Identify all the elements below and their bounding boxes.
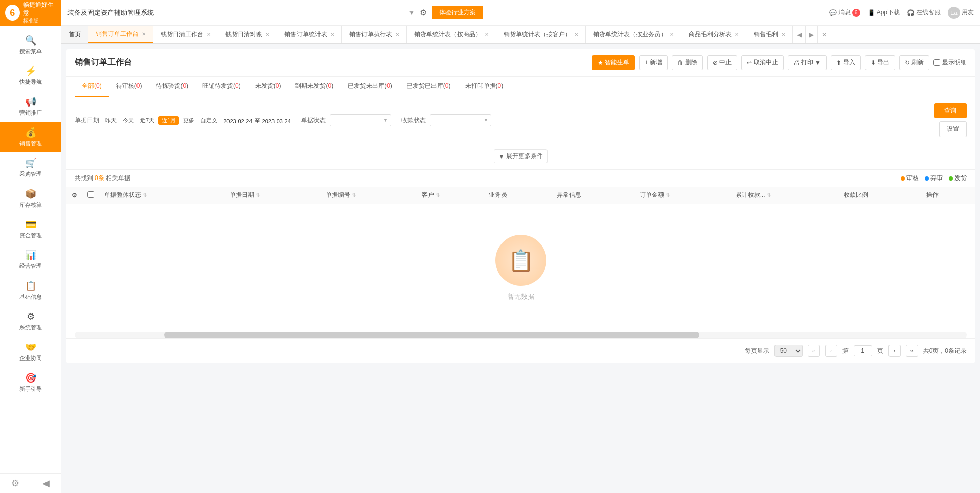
phone-icon: 📱 xyxy=(868,9,875,16)
date-to-display: 2023-03-24 xyxy=(262,118,291,124)
new-btn[interactable]: + 新增 xyxy=(639,55,668,70)
tab-close-sales-order-exec[interactable]: ✕ xyxy=(395,32,399,37)
tab-home[interactable]: 首页 xyxy=(61,26,88,43)
scrollbar-thumb[interactable] xyxy=(164,332,699,338)
tab-sales-workbench[interactable]: 销售订单工作台✕ xyxy=(88,26,153,43)
ship-btn[interactable]: 发货 xyxy=(949,174,967,183)
tab-cash-daily[interactable]: 钱货日清工作台✕ xyxy=(153,26,218,43)
review-btn[interactable]: 审核 xyxy=(901,174,919,183)
horizontal-scrollbar[interactable] xyxy=(75,332,967,338)
filter-tab-pending-check[interactable]: 待拣验货(0) xyxy=(149,77,195,97)
sidebar-item-inventory[interactable]: 📦 库存核算 xyxy=(0,183,61,214)
sidebar-item-basic-info[interactable]: 📋 基础信息 xyxy=(0,275,61,306)
expand-btn[interactable]: ▼ 展开更多条件 xyxy=(494,149,548,163)
next-page-btn[interactable]: › xyxy=(888,345,901,357)
suspend-btn[interactable]: ⊘ 中止 xyxy=(707,55,737,70)
sidebar-collapse-icon[interactable]: ◀ xyxy=(42,478,50,489)
filter-tab-pending-review[interactable]: 待审核(0) xyxy=(109,77,149,97)
sidebar-item-purchase[interactable]: 🛒 采购管理 xyxy=(0,152,61,183)
date-opt-custom[interactable]: 自定义 xyxy=(198,116,219,125)
prev-page-btn[interactable]: ‹ xyxy=(825,345,837,357)
tab-fullscreen[interactable]: ⛶ xyxy=(830,26,842,43)
sidebar-item-operations[interactable]: 📊 经营管理 xyxy=(0,244,61,275)
sidebar-item-sys-mgmt[interactable]: ⚙ 系统管理 xyxy=(0,306,61,337)
setting-btn[interactable]: 设置 xyxy=(939,121,967,137)
enterprise-icon: 🤝 xyxy=(25,342,36,353)
date-opt-today[interactable]: 今天 xyxy=(121,116,136,125)
result-actions: 审核 弃审 发货 xyxy=(901,174,967,183)
filter-tab-all[interactable]: 全部(0) xyxy=(75,77,109,97)
sidebar-item-sales[interactable]: 💰 销售管理 xyxy=(0,122,61,152)
date-opt-7days[interactable]: 近7天 xyxy=(138,116,156,125)
export-btn[interactable]: ⬇ 导出 xyxy=(865,55,895,70)
tab-close-sales-order-stat[interactable]: ✕ xyxy=(330,32,334,37)
page-input[interactable] xyxy=(854,345,872,356)
date-opt-more[interactable]: 更多 xyxy=(181,116,196,125)
result-count: 共找到 0条 相关单据 xyxy=(75,174,130,183)
sidebar-settings-icon[interactable]: ⚙ xyxy=(11,478,19,489)
tab-close-sales-stat-staff[interactable]: ✕ xyxy=(670,32,674,37)
delete-btn[interactable]: 🗑 删除 xyxy=(672,55,703,70)
select-all-checkbox[interactable] xyxy=(87,191,94,198)
tab-nav-prev[interactable]: ◀ xyxy=(793,26,805,43)
page-label: 第 xyxy=(842,347,849,355)
sidebar-item-finance[interactable]: 💳 资金管理 xyxy=(0,214,61,244)
sidebar-item-quick-nav[interactable]: ⚡ 快捷导航 xyxy=(0,60,61,91)
print-btn[interactable]: 🖨 打印 ▼ xyxy=(788,55,827,70)
tab-sales-order-stat[interactable]: 销售订单统计表✕ xyxy=(277,26,342,43)
query-btn[interactable]: 查询 xyxy=(934,103,967,118)
per-page-label: 每页显示 xyxy=(745,347,769,355)
show-detail-checkbox[interactable] xyxy=(933,59,940,66)
topbar-dropdown-icon[interactable]: ▼ xyxy=(408,9,415,16)
export-icon: ⬇ xyxy=(871,59,876,66)
tab-close-product-margin[interactable]: ✕ xyxy=(735,32,739,37)
date-opt-yesterday[interactable]: 昨天 xyxy=(103,116,119,125)
filter-tab-not-printed[interactable]: 未打印单据(0) xyxy=(458,77,511,97)
sidebar-item-search[interactable]: 🔍 搜索菜单 xyxy=(0,30,61,60)
tab-sales-stat-staff[interactable]: 销货单统计表（按业务员）✕ xyxy=(586,26,681,43)
tab-close-cash-reconcile[interactable]: ✕ xyxy=(265,32,269,37)
smart-gen-btn[interactable]: ★ 智能生单 xyxy=(592,55,635,70)
app-download-btn[interactable]: 📱 App下载 xyxy=(868,8,900,17)
tab-close-sales-workbench[interactable]: ✕ xyxy=(142,31,146,37)
tab-close-sales-stat-product[interactable]: ✕ xyxy=(485,32,489,37)
tab-close-sales-profit[interactable]: ✕ xyxy=(781,32,785,37)
tab-close-sales-stat-customer[interactable]: ✕ xyxy=(574,32,578,37)
user-area[interactable]: Ea 用友 xyxy=(948,7,974,19)
tab-sales-stat-customer[interactable]: 销货单统计表（按客户）✕ xyxy=(496,26,586,43)
tab-close-all[interactable]: ✕ xyxy=(817,26,830,43)
first-page-btn[interactable]: « xyxy=(808,345,820,357)
show-detail-label[interactable]: 显示明细 xyxy=(933,58,967,67)
filter-tab-shipped-not-warehouse[interactable]: 已发货未出库(0) xyxy=(340,77,399,97)
filter-tab-shipped-warehouse[interactable]: 已发货已出库(0) xyxy=(399,77,458,97)
sidebar-item-enterprise[interactable]: 🤝 企业协同 xyxy=(0,337,61,367)
industry-btn[interactable]: 体验行业方案 xyxy=(432,6,483,19)
sidebar-item-guide[interactable]: 🎯 新手引导 xyxy=(0,367,61,398)
per-page-select[interactable]: 50 100 200 xyxy=(774,345,803,357)
tab-sales-stat-product[interactable]: 销货单统计表（按商品）✕ xyxy=(407,26,496,43)
tab-sales-order-exec[interactable]: 销售订单执行表✕ xyxy=(342,26,407,43)
date-opt-1month[interactable]: 近1月 xyxy=(158,116,179,125)
sidebar-item-marketing[interactable]: 📢 营销推广 xyxy=(0,91,61,122)
tab-close-cash-daily[interactable]: ✕ xyxy=(207,32,211,37)
online-service-btn[interactable]: 🎧 在线客服 xyxy=(907,8,941,17)
filter-tab-overdue-not-shipped[interactable]: 到期未发货(0) xyxy=(288,77,340,97)
tab-cash-reconcile[interactable]: 钱货日清对账✕ xyxy=(218,26,277,43)
tab-sales-profit[interactable]: 销售毛利✕ xyxy=(746,26,793,43)
import-btn[interactable]: ⬆ 导入 xyxy=(831,55,861,70)
results-bar: 共找到 0条 相关单据 审核 弃审 发货 xyxy=(66,170,975,187)
search-icon: 🔍 xyxy=(25,35,36,46)
refresh-btn[interactable]: ↻ 刷新 xyxy=(899,55,929,70)
status-select[interactable] xyxy=(330,114,391,126)
last-page-btn[interactable]: » xyxy=(906,345,918,357)
tab-label-sales-stat-staff: 销货单统计表（按业务员） xyxy=(593,30,667,39)
cancel-review-btn[interactable]: 弃审 xyxy=(925,174,943,183)
filter-tab-wangpu-pending[interactable]: 旺铺待发货(0) xyxy=(195,77,248,97)
filter-tab-not-shipped[interactable]: 未发货(0) xyxy=(248,77,288,97)
payment-select[interactable] xyxy=(430,114,491,126)
tab-product-margin[interactable]: 商品毛利分析表✕ xyxy=(681,26,746,43)
tab-nav-next[interactable]: ▶ xyxy=(805,26,817,43)
topbar-gear-icon[interactable]: ⚙ xyxy=(420,8,427,17)
message-btn[interactable]: 💬 消息 6 xyxy=(829,8,860,17)
cancel-suspend-btn[interactable]: ↩ 取消中止 xyxy=(741,55,784,70)
